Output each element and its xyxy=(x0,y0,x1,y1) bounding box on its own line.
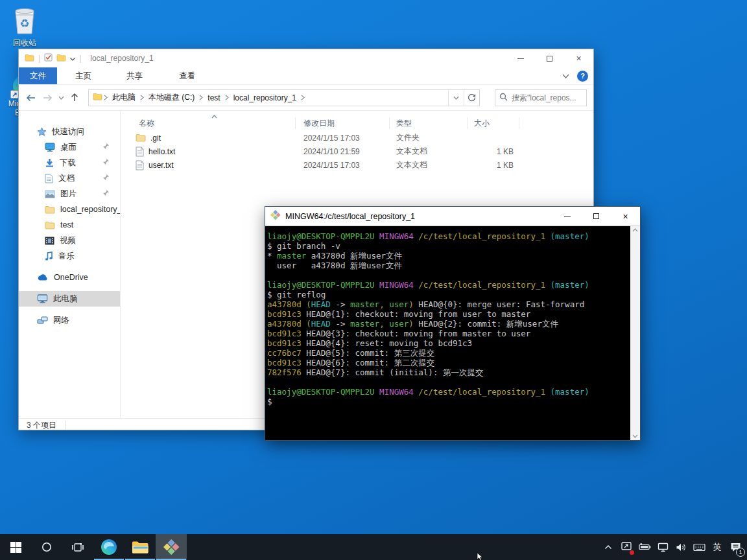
explorer-minimize-button[interactable] xyxy=(506,49,535,67)
column-header-name[interactable]: 名称 xyxy=(121,117,296,129)
terminal-titlebar[interactable]: MINGW64:/c/test/local_repository_1 × xyxy=(265,207,640,226)
breadcrumb-chevron-icon xyxy=(140,95,144,100)
column-header-modified[interactable]: 修改日期 xyxy=(296,117,390,129)
table-row[interactable]: .git2024/1/15 17:03文件夹 xyxy=(121,131,593,145)
sidebar-item-快速访问[interactable]: 快速访问 xyxy=(19,124,120,139)
search-box[interactable] xyxy=(495,89,587,106)
address-dropdown-icon[interactable] xyxy=(448,90,464,106)
table-row[interactable]: hello.txt2024/1/10 21:59文本文档1 KB xyxy=(121,145,593,158)
terminal-line: a43780d (HEAD -> master, user) HEAD@{0}:… xyxy=(267,299,630,309)
help-button[interactable]: ? xyxy=(577,71,588,82)
ribbon-expand-icon[interactable] xyxy=(562,71,569,80)
terminal-maximize-button[interactable] xyxy=(582,207,611,226)
terminal-scrollbar[interactable] xyxy=(630,226,640,440)
sidebar-item-local_repository_1[interactable]: local_repository_1 xyxy=(19,202,120,217)
explorer-close-button[interactable]: × xyxy=(564,49,593,67)
sort-ascending-icon[interactable] xyxy=(211,111,217,121)
terminal-line: bcd91c3 HEAD@{1}: checkout: moving from … xyxy=(267,309,630,319)
git-bash-window-icon xyxy=(270,210,281,223)
sidebar-item-音乐[interactable]: 音乐 xyxy=(19,248,120,264)
breadcrumb-item[interactable]: 本地磁盘 (C:) xyxy=(145,92,198,103)
terminal-line: 782f576 HEAD@{7}: commit (initial): 第一次提… xyxy=(267,368,630,377)
sidebar-item-文档[interactable]: 文档 xyxy=(19,170,120,186)
forward-button[interactable] xyxy=(40,90,54,106)
search-icon xyxy=(499,93,508,103)
breadcrumb-chevron-icon xyxy=(225,95,229,100)
sidebar-item-label: 此电脑 xyxy=(53,294,78,305)
terminal-output[interactable]: liaojy@DESKTOP-QMPPL2U MINGW64 /c/test/l… xyxy=(265,226,630,440)
start-button[interactable] xyxy=(0,534,31,560)
back-button[interactable] xyxy=(24,90,38,106)
terminal-line: * master a43780d 新增user文件 xyxy=(267,251,630,261)
folder-icon xyxy=(45,205,55,214)
properties-checkbox-icon[interactable] xyxy=(44,53,53,64)
edge-shortcut-desktop-icon[interactable]: ↗ Microsoft Edge xyxy=(0,75,18,126)
terminal-line: $ git reflog xyxy=(267,290,630,299)
explorer-navbar: 此电脑本地磁盘 (C:)testlocal_repository_1 xyxy=(19,85,593,111)
scroll-up-icon xyxy=(632,228,638,232)
breadcrumb-item[interactable]: 此电脑 xyxy=(109,92,139,103)
up-button[interactable] xyxy=(68,90,82,106)
edge-icon xyxy=(101,539,117,555)
breadcrumb-chevron-icon xyxy=(199,95,203,100)
column-header-type[interactable]: 类型 xyxy=(390,117,468,129)
file-size: 1 KB xyxy=(468,161,519,170)
menu-tab-home[interactable]: 主页 xyxy=(65,67,102,84)
search-circle-icon xyxy=(42,542,52,552)
terminal-minimize-button[interactable] xyxy=(552,207,582,226)
search-input[interactable] xyxy=(512,93,582,102)
recycle-bin-desktop-icon[interactable]: ♻ 回收站 xyxy=(5,5,45,47)
recent-locations-icon[interactable] xyxy=(57,90,65,106)
tray-screen-record[interactable] xyxy=(617,534,635,560)
explorer-window-title: local_repository_1 xyxy=(90,54,153,63)
breadcrumb-item[interactable]: test xyxy=(204,93,223,102)
column-header-size[interactable]: 大小 xyxy=(468,117,519,129)
task-view-button[interactable] xyxy=(62,534,93,560)
explorer-sidebar: 快速访问桌面下载文档图片local_repository_1test视频音乐On… xyxy=(19,111,121,418)
pin-icon xyxy=(102,174,110,183)
refresh-button[interactable] xyxy=(464,90,479,106)
menu-tab-file[interactable]: 文件 xyxy=(19,67,57,84)
qat-dropdown-icon[interactable] xyxy=(70,54,75,63)
sidebar-item-网络[interactable]: 网络 xyxy=(19,312,120,328)
sidebar-item-视频[interactable]: 视频 xyxy=(19,233,120,248)
sidebar-item-此电脑[interactable]: 此电脑 xyxy=(19,291,120,307)
git-bash-taskbar-button[interactable] xyxy=(156,534,187,560)
text-file-icon xyxy=(136,146,144,157)
tray-battery[interactable] xyxy=(635,534,654,560)
recycle-bin-label: 回收站 xyxy=(5,38,45,47)
search-button[interactable] xyxy=(31,534,62,560)
breadcrumb-item[interactable]: local_repository_1 xyxy=(230,93,300,102)
sidebar-item-下载[interactable]: 下载 xyxy=(19,155,120,170)
sidebar-item-test[interactable]: test xyxy=(19,217,120,233)
explorer-maximize-button[interactable] xyxy=(535,49,564,67)
menu-tab-view[interactable]: 查看 xyxy=(169,67,206,84)
terminal-line: bcd91c3 HEAD@{6}: commit: 第二次提交 xyxy=(267,358,630,368)
sidebar-item-图片[interactable]: 图片 xyxy=(19,186,120,202)
tray-volume[interactable] xyxy=(672,534,690,560)
tray-chevron[interactable] xyxy=(599,534,617,560)
explorer-taskbar-button[interactable] xyxy=(124,534,156,560)
terminal-title: MINGW64:/c/test/local_repository_1 xyxy=(285,212,415,221)
onedrive-cloud-icon xyxy=(37,274,49,281)
file-name: user.txt xyxy=(148,161,174,170)
tray-network[interactable] xyxy=(654,534,672,560)
desktop-monitor-icon xyxy=(45,143,55,152)
network-tray-icon xyxy=(658,542,669,552)
sidebar-item-桌面[interactable]: 桌面 xyxy=(19,139,120,155)
tray-language[interactable]: 英 xyxy=(708,534,726,560)
edge-shortcut-label-line2: Edge xyxy=(0,108,18,117)
sidebar-item-OneDrive[interactable]: OneDrive xyxy=(19,270,120,285)
folder-icon xyxy=(136,134,146,142)
address-bar[interactable]: 此电脑本地磁盘 (C:)testlocal_repository_1 xyxy=(88,89,480,106)
explorer-titlebar[interactable]: | | local_repository_1 × xyxy=(19,49,593,67)
table-row[interactable]: user.txt2024/1/15 17:03文本文档1 KB xyxy=(121,158,593,172)
sidebar-item-label: OneDrive xyxy=(54,273,88,282)
tray-keyboard[interactable] xyxy=(690,534,708,560)
new-folder-icon[interactable] xyxy=(56,54,66,64)
edge-taskbar-button[interactable] xyxy=(93,534,124,560)
mouse-cursor xyxy=(477,553,483,560)
menu-tab-share[interactable]: 共享 xyxy=(116,67,153,84)
terminal-close-button[interactable]: × xyxy=(611,207,640,226)
tray-action-center[interactable]: 1 xyxy=(726,534,744,560)
